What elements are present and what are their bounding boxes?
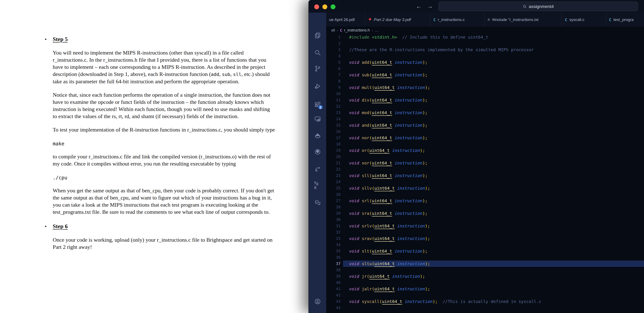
editor-tab-syscall-c[interactable]: Csyscall.c bbox=[562, 12, 606, 27]
line-number: 18 bbox=[326, 141, 343, 147]
editor-tab-part-2-due-may-3-pdf[interactable]: Part 2 due May 3.pdf bbox=[365, 12, 430, 27]
step-heading-text: Step 5 bbox=[53, 36, 68, 43]
close-window-button[interactable] bbox=[314, 4, 319, 9]
source-control-icon[interactable] bbox=[314, 65, 321, 72]
command-center-search[interactable]: assignment4 bbox=[438, 2, 638, 11]
run-debug-icon[interactable] bbox=[314, 83, 321, 90]
code-line-42: 42 bbox=[326, 292, 644, 298]
editor-tab-ue-april-26-pdf[interactable]: ue April 26.pdf bbox=[326, 12, 365, 27]
line-number: 23 bbox=[326, 172, 343, 179]
line-number: 24 bbox=[326, 179, 343, 185]
code-line-20: 20 bbox=[326, 154, 644, 160]
line-number: 43 bbox=[326, 298, 343, 305]
code-line-21: 21void xor(uint64_t instruction); bbox=[326, 160, 644, 166]
code-line-7: 7void sub(uint64_t instruction); bbox=[326, 72, 644, 78]
extensions-icon[interactable]: 2 bbox=[314, 101, 321, 108]
code-line-text: void div(uint64_t instruction); bbox=[343, 97, 644, 103]
code-line-text: void add(uint64_t instruction); bbox=[343, 59, 644, 65]
line-number: 15 bbox=[326, 122, 343, 128]
account-icon[interactable] bbox=[314, 298, 321, 305]
code-line-text bbox=[343, 229, 644, 235]
line-number: 14 bbox=[326, 116, 343, 122]
tab-label: ue April 26.pdf bbox=[329, 17, 354, 22]
latex-workshop-icon[interactable]: TEX bbox=[314, 182, 321, 189]
code-line-text bbox=[343, 267, 644, 273]
text-file-icon: ≡ bbox=[488, 17, 490, 22]
command-code-line: ./cpu bbox=[53, 174, 282, 181]
line-number: 29 bbox=[326, 210, 343, 216]
line-number: 38 bbox=[326, 267, 343, 273]
line-number: 4 bbox=[326, 53, 343, 59]
doc-paragraph: to compile your r_instructions.c file an… bbox=[53, 153, 275, 167]
code-line-1: 1#include <stdint.h> // Include this to … bbox=[326, 34, 644, 40]
chevron-right-icon: › bbox=[337, 28, 338, 32]
line-number: 6 bbox=[326, 65, 343, 72]
editor-tab-test-progra[interactable]: Ctest_progra bbox=[606, 12, 644, 27]
code-line-text bbox=[343, 292, 644, 298]
line-number: 3 bbox=[326, 47, 343, 53]
code-line-text bbox=[343, 179, 644, 185]
breadcrumb-root[interactable]: all bbox=[331, 28, 335, 32]
code-line-10: 10 bbox=[326, 91, 644, 97]
code-line-text bbox=[343, 166, 644, 172]
tab-label: test_progra bbox=[613, 17, 634, 22]
code-editor[interactable]: 1#include <stdint.h> // Include this to … bbox=[326, 34, 644, 313]
line-number: 2 bbox=[326, 40, 343, 47]
editor-tab--include-r-instructions-txt[interactable]: ≡#include "r_instructions.txt bbox=[484, 12, 562, 27]
code-line-text bbox=[343, 191, 644, 198]
code-line-text: void slt(uint64_t instruction); bbox=[343, 248, 644, 254]
code-line-43: 43void syscall(uint64_t instruction); //… bbox=[326, 298, 644, 305]
code-line-34: 34 bbox=[326, 242, 644, 248]
screenshot-stage: •Step 5You will need to implement the MI… bbox=[0, 0, 644, 313]
github-icon[interactable] bbox=[314, 148, 321, 156]
paragraph-text: To test your implementation of the R-ins… bbox=[53, 127, 275, 133]
comments-icon[interactable] bbox=[314, 199, 321, 206]
search-value: assignment4 bbox=[529, 4, 554, 9]
paragraph-text: , bbox=[230, 71, 233, 77]
code-line-text: void jalr(uint64_t instruction); bbox=[343, 286, 644, 292]
code-line-40: 40 bbox=[326, 280, 644, 286]
extensions-badge: 2 bbox=[318, 105, 323, 110]
editor-tab-r-instructions-c[interactable]: Cr_instructions.c bbox=[430, 12, 484, 27]
back-arrow-icon[interactable]: ← bbox=[416, 3, 422, 10]
step-heading-text: Step 6 bbox=[53, 223, 68, 230]
code-line-3: 3//These are the R-instructions implemen… bbox=[326, 47, 644, 53]
code-line-27: 27void srl(uint64_t instruction); bbox=[326, 198, 644, 204]
breadcrumb-file[interactable]: r_instructions.h bbox=[344, 28, 370, 32]
explorer-icon[interactable] bbox=[314, 32, 321, 39]
history-nav: ← → bbox=[416, 3, 433, 10]
code-line-25: 25void sllv(uint64_t instruction); bbox=[326, 185, 644, 191]
code-line-18: 18 bbox=[326, 141, 644, 147]
docker-icon[interactable] bbox=[314, 132, 321, 139]
search-icon[interactable] bbox=[314, 49, 321, 56]
code-line-text: void xor(uint64_t instruction); bbox=[343, 160, 644, 166]
zoom-window-button[interactable] bbox=[330, 4, 336, 9]
vscode-window: ← → assignment4 ue April 26.pdfPart 2 du… bbox=[309, 0, 644, 313]
code-line-23: 23void sll(uint64_t instruction); bbox=[326, 172, 644, 179]
remote-explorer-icon[interactable] bbox=[314, 115, 321, 123]
tab-label: #include "r_instructions.txt bbox=[492, 17, 538, 22]
doc-paragraph: Once your code is working, upload (only)… bbox=[53, 236, 275, 251]
line-number: 30 bbox=[326, 216, 343, 223]
minimize-window-button[interactable] bbox=[322, 4, 327, 9]
breadcrumb-more[interactable]: … bbox=[375, 28, 378, 32]
code-line-37[interactable]: 37void sltu(uint64_t instruction); bbox=[326, 261, 644, 267]
traffic-lights bbox=[314, 4, 336, 9]
line-number: 1 bbox=[326, 34, 343, 40]
line-number: 12 bbox=[326, 103, 343, 110]
code-line-11: 11void div(uint64_t instruction); bbox=[326, 97, 644, 103]
forward-arrow-icon[interactable]: → bbox=[427, 3, 433, 10]
tab-bar: ue April 26.pdfPart 2 due May 3.pdfCr_in… bbox=[326, 12, 644, 27]
code-line-text: void jr(uint64_t instruction); bbox=[343, 273, 644, 280]
code-line-13: 13void mod(uint64_t instruction); bbox=[326, 110, 644, 116]
live-share-icon[interactable] bbox=[314, 165, 321, 173]
line-number: 28 bbox=[326, 204, 343, 210]
code-line-9: 9void mult(uint64_t instruction); bbox=[326, 84, 644, 91]
code-line-text bbox=[343, 40, 644, 47]
code-line-26: 26 bbox=[326, 191, 644, 198]
search-icon bbox=[522, 4, 527, 8]
command-code-line: make bbox=[53, 141, 282, 147]
code-line-text: void sra(uint64_t instruction); bbox=[343, 210, 644, 216]
latex-text: TEX bbox=[314, 181, 321, 190]
code-line-39: 39void jr(uint64_t instruction); bbox=[326, 273, 644, 280]
